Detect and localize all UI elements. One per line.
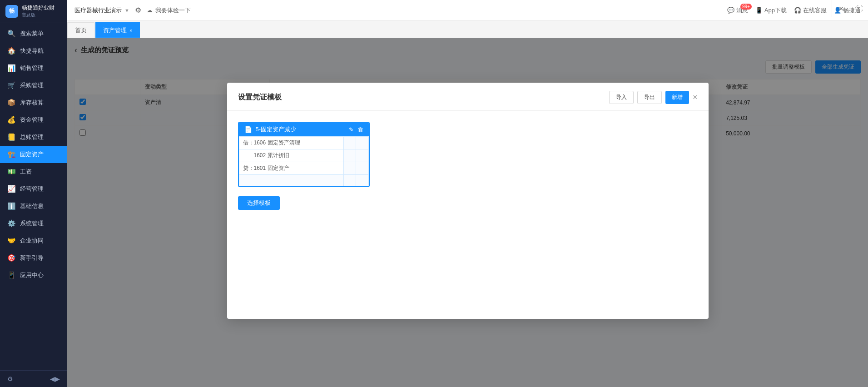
handshake-icon: 🤝 [7,237,15,245]
sidebar-item-fixed-assets[interactable]: 🏗️ 固定资产 [0,146,67,163]
experience-button[interactable]: ☁ 我要体验一下 [147,6,191,15]
entry-type-2: 1602 累计折旧 [239,149,343,162]
entry-credit-3 [356,162,368,175]
message-icon: 💬 [727,7,734,14]
tab-asset-management[interactable]: 资产管理 × [95,22,140,38]
entry-debit-1 [343,137,356,149]
sidebar-footer: ⚙ ◀▶ [0,370,67,387]
window-controls: ✕ ⛶ [832,0,868,17]
dialog-title: 设置凭证模板 [238,93,282,102]
sidebar-item-ledger[interactable]: 📒 总账管理 [0,129,67,146]
entry-credit-4 [356,175,368,186]
mobile-icon: 📱 [7,271,15,279]
dialog-close-button[interactable]: × [693,93,698,102]
template-card-header: 📄 5-固定资产减少 ✎ 🗑 [239,123,369,136]
home-icon: 🏠 [7,47,15,55]
dialog-set-voucher-template: 设置凭证模板 导入 导出 新增 × [227,83,709,319]
info-icon: ℹ️ [7,202,15,210]
content-area: ‹ 生成的凭证预览 批量调整模板 全部生成凭证 变动类型 资产名称 固定资产原值 [67,38,868,387]
app-logo-icon: 畅 [5,5,18,18]
sidebar-item-app-center[interactable]: 📱 应用中心 [0,267,67,284]
dialog-body: 📄 5-固定资产减少 ✎ 🗑 借：1606 固定资产清理 [227,111,709,221]
tab-close-icon[interactable]: × [129,28,132,33]
template-row: 贷：1601 固定资产 [239,162,368,175]
sidebar-item-guide[interactable]: 🎯 新手引导 [0,249,67,267]
payroll-icon: 💵 [7,168,15,176]
sidebar-item-funds[interactable]: 💰 资金管理 [0,111,67,129]
search-icon: 🔍 [7,30,15,38]
cart-icon: 🛒 [7,81,15,89]
template-delete-icon[interactable]: 🗑 [357,126,363,133]
template-doc-icon: 📄 [244,126,252,133]
box-icon: 📦 [7,99,15,107]
online-service-button[interactable]: 🎧 在线客服 [794,6,827,15]
select-template-button[interactable]: 选择模板 [238,196,280,210]
sidebar-item-operations[interactable]: 📈 经营管理 [0,180,67,198]
tab-home[interactable]: 首页 [67,22,94,38]
sidebar-item-quick-nav[interactable]: 🏠 快捷导航 [0,42,67,60]
settings-footer-icon[interactable]: ⚙ [7,375,13,382]
app-container: 畅 畅捷通好业财 普及版 🔍 搜索菜单 🏠 快捷导航 📊 销售管理 🛒 [0,0,868,387]
entry-type-1: 借：1606 固定资产清理 [239,137,343,149]
cloud-icon: ☁ [147,7,153,14]
company-name: 医疗器械行业演示 [74,6,122,15]
service-icon: 🎧 [794,7,801,14]
collapse-icon[interactable]: ◀▶ [50,375,60,382]
target-icon: 🎯 [7,254,15,262]
message-button[interactable]: 💬 消息 99+ [727,6,748,15]
sidebar-logo: 畅 畅捷通好业财 普及版 [0,0,67,23]
sidebar-item-payroll[interactable]: 💵 工资 [0,163,67,180]
maximize-window-button[interactable]: ⛶ [850,0,868,17]
header-settings-icon[interactable]: ⚙ [135,6,141,15]
template-card-actions: ✎ 🗑 [349,126,363,133]
sidebar: 畅 畅捷通好业财 普及版 🔍 搜索菜单 🏠 快捷导航 📊 销售管理 🛒 [0,0,67,387]
app-logo-text: 畅捷通好业财 普及版 [22,5,55,18]
header-right: 💬 消息 99+ 📱 App下载 🎧 在线客服 👤 畅捷通 ✕ [727,6,861,15]
template-edit-icon[interactable]: ✎ [349,126,354,133]
template-row: 借：1606 固定资产清理 [239,137,368,149]
message-badge: 99+ [740,4,752,10]
sidebar-nav: 🔍 搜索菜单 🏠 快捷导航 📊 销售管理 🛒 采购管理 📦 库存核算 💰 [0,23,67,370]
template-row [239,175,368,186]
download-icon: 📱 [755,7,763,14]
main-area: 医疗器械行业演示 ▼ ⚙ ☁ 我要体验一下 💬 消息 99+ 📱 App下载 [67,0,868,387]
operations-icon: 📈 [7,185,15,193]
chart-icon: 📊 [7,64,15,72]
import-button[interactable]: 导入 [609,91,634,104]
dialog-header: 设置凭证模板 导入 导出 新增 × [227,83,709,111]
new-template-button[interactable]: 新增 [665,91,689,104]
ledger-icon: 📒 [7,133,15,141]
company-selector[interactable]: 医疗器械行业演示 ▼ [74,6,129,15]
entry-type-3: 贷：1601 固定资产 [239,162,343,175]
dialog-toolbar: 导入 导出 新增 [609,91,689,104]
sidebar-item-purchase[interactable]: 🛒 采购管理 [0,77,67,94]
template-card-header-left: 📄 5-固定资产减少 [244,125,297,134]
sidebar-item-inventory[interactable]: 📦 库存核算 [0,94,67,111]
sidebar-item-basic-info[interactable]: ℹ️ 基础信息 [0,198,67,215]
header: 医疗器械行业演示 ▼ ⚙ ☁ 我要体验一下 💬 消息 99+ 📱 App下载 [67,0,868,21]
entry-type-4 [239,175,343,186]
app-download-button[interactable]: 📱 App下载 [755,6,787,15]
close-window-button[interactable]: ✕ [832,0,850,17]
building-icon: 🏗️ [7,150,15,159]
entry-debit-4 [343,175,356,186]
sidebar-item-enterprise[interactable]: 🤝 企业协同 [0,232,67,249]
template-card-fixed-assets-decrease: 📄 5-固定资产减少 ✎ 🗑 借：1606 固定资产清理 [238,122,370,187]
entry-credit-2 [356,149,368,162]
entry-debit-3 [343,162,356,175]
template-table: 借：1606 固定资产清理 1602 累计折旧 [239,136,369,186]
template-row: 1602 累计折旧 [239,149,368,162]
export-button[interactable]: 导出 [637,91,662,104]
gear-icon: ⚙️ [7,219,15,228]
tabs-bar: 首页 资产管理 × [67,21,868,38]
company-chevron-icon: ▼ [124,8,129,13]
sidebar-item-sales[interactable]: 📊 销售管理 [0,60,67,77]
template-card-title: 5-固定资产减少 [256,125,297,134]
sidebar-item-system[interactable]: ⚙️ 系统管理 [0,215,67,232]
sidebar-item-search[interactable]: 🔍 搜索菜单 [0,25,67,42]
money-icon: 💰 [7,116,15,124]
entry-debit-2 [343,149,356,162]
entry-credit-1 [356,137,368,149]
